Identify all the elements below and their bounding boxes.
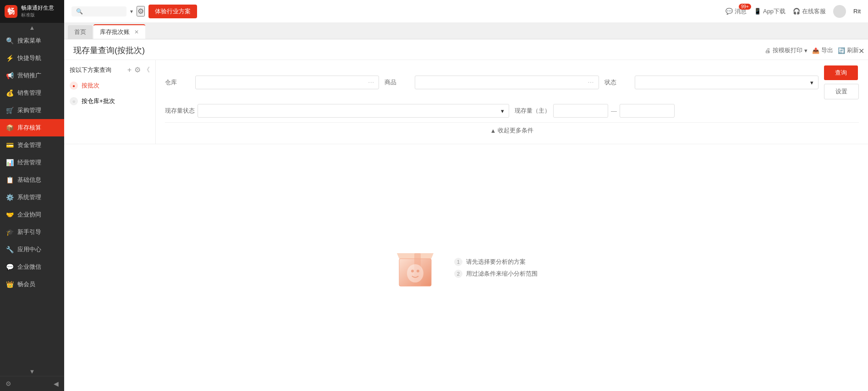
- scheme-item-by-warehouse-batch[interactable]: ○ 按仓库+批次: [64, 93, 155, 109]
- empty-box-svg: [395, 245, 440, 295]
- scheme-item-by-batch[interactable]: ● 按批次: [64, 78, 155, 93]
- svg-point-5: [407, 264, 423, 282]
- sidebar: 畅 畅康通好生意 标准版 ▲ 🔍 搜索菜单 ⚡ 快捷导航 📢 营销推广 💰 销售…: [0, 0, 64, 391]
- tab-home[interactable]: 首页: [68, 25, 93, 39]
- page-title: 现存量查询(按批次): [73, 45, 145, 56]
- sidebar-item-inventory[interactable]: 📦 库存核算: [0, 119, 64, 136]
- sidebar-item-quick-nav[interactable]: ⚡ 快捷导航: [0, 49, 64, 67]
- refresh-icon: 🔄: [838, 47, 845, 54]
- right-close-button[interactable]: ✕: [855, 43, 868, 59]
- filter-row-2: 现存量状态 ▾ 现存量（主） —: [165, 104, 859, 118]
- scheme-add-button[interactable]: +: [127, 65, 132, 74]
- phone-icon: 📱: [754, 8, 761, 15]
- sidebar-item-enterprise[interactable]: 🤝 企业协同: [0, 206, 64, 223]
- app-info: 畅康通好生意 标准版: [21, 5, 54, 18]
- page-actions: 🖨 按模板打印 ▾ 📤 导出 🔄 刷新: [765, 46, 859, 54]
- filter-settings-button[interactable]: 设置: [824, 84, 859, 99]
- empty-hint-2: 2 用过滤条件来缩小分析范围: [454, 270, 538, 278]
- sidebar-item-system[interactable]: ⚙️ 系统管理: [0, 189, 64, 206]
- sidebar-item-purchase[interactable]: 🛒 采购管理: [0, 102, 64, 119]
- collapse-more-label: 收起更多条件: [498, 126, 533, 135]
- tab-close-icon[interactable]: ✕: [134, 29, 139, 35]
- trial-button[interactable]: 体验行业方案: [148, 5, 197, 18]
- sidebar-header: 畅 畅康通好生意 标准版: [0, 0, 64, 23]
- empty-hints: 1 请先选择要分析的方案 2 用过滤条件来缩小分析范围: [454, 258, 538, 278]
- print-button[interactable]: 🖨 按模板打印 ▾: [765, 46, 808, 54]
- member-icon: 👑: [5, 280, 14, 288]
- username: Rit: [853, 8, 861, 15]
- sidebar-scroll-up[interactable]: ▲: [0, 23, 64, 32]
- warehouse-dots[interactable]: ···: [368, 78, 374, 87]
- sidebar-item-app-center[interactable]: 🔧 应用中心: [0, 241, 64, 258]
- sidebar-item-guide[interactable]: 🎓 新手引导: [0, 223, 64, 241]
- status-field: 状态 ▾: [604, 76, 819, 89]
- inventory-status-select[interactable]: ▾: [198, 104, 509, 118]
- sidebar-item-member[interactable]: 👑 畅会员: [0, 276, 64, 293]
- hint-1-text: 请先选择要分析的方案: [466, 258, 526, 266]
- export-icon: 📤: [812, 47, 819, 54]
- filter-row-1: 仓库 ··· 商品 ···: [165, 65, 859, 99]
- sidebar-item-label: 应用中心: [17, 245, 41, 254]
- sidebar-settings-button[interactable]: ⚙: [5, 380, 11, 387]
- sidebar-item-marketing[interactable]: 📢 营销推广: [0, 67, 64, 84]
- empty-illustration: [395, 245, 440, 291]
- topbar-search[interactable]: 🔍: [71, 6, 126, 16]
- status-select[interactable]: ▾: [635, 76, 819, 89]
- app-download-label: App下载: [763, 7, 786, 16]
- scheme-panel-actions: + ⚙ 《: [127, 65, 150, 74]
- inventory-status-label: 现存量状态: [165, 107, 195, 115]
- purchase-icon: 🛒: [5, 106, 14, 114]
- sidebar-item-label: 搜索菜单: [17, 37, 41, 45]
- customer-service-button[interactable]: 🎧 在线客服: [793, 7, 826, 16]
- scheme-collapse-button[interactable]: 《: [143, 65, 150, 74]
- topbar-dropdown[interactable]: ▾: [130, 8, 133, 15]
- scheme-panel: 按以下方案查询 + ⚙ 《 ● 按批次 ○ 按仓库+批次: [64, 60, 156, 144]
- sidebar-collapse-button[interactable]: ◀: [54, 380, 59, 387]
- messages-button[interactable]: 💬 消息 99+: [725, 7, 747, 16]
- product-dots[interactable]: ···: [588, 78, 593, 87]
- topbar-settings-button[interactable]: ⚙: [137, 6, 145, 16]
- tab-inventory-batch-label: 库存批次账: [100, 28, 130, 36]
- sidebar-item-label: 基础信息: [17, 176, 41, 184]
- collapse-more-button[interactable]: ▲ 收起更多条件: [165, 122, 859, 138]
- messages-badge: 99+: [739, 4, 751, 10]
- sidebar-item-label: 销售管理: [17, 89, 41, 97]
- guide-icon: 🎓: [5, 228, 14, 236]
- inventory-qty-to-input[interactable]: [620, 104, 675, 118]
- tab-inventory-batch[interactable]: 库存批次账 ✕: [93, 24, 145, 39]
- warehouse-field: 仓库 ···: [165, 76, 379, 89]
- sidebar-item-wechat[interactable]: 💬 企业微信: [0, 258, 64, 276]
- sidebar-item-search[interactable]: 🔍 搜索菜单: [0, 32, 64, 49]
- sidebar-item-label: 系统管理: [17, 193, 41, 201]
- scheme-settings-button[interactable]: ⚙: [134, 65, 141, 74]
- status-arrow-icon: ▾: [810, 79, 813, 86]
- export-button[interactable]: 📤 导出: [812, 46, 833, 54]
- sidebar-item-operations[interactable]: 📊 经营管理: [0, 154, 64, 171]
- product-input[interactable]: ···: [415, 76, 599, 89]
- sidebar-item-label: 经营管理: [17, 158, 41, 167]
- product-field: 商品 ···: [385, 76, 599, 89]
- sidebar-item-label: 企业微信: [17, 263, 41, 271]
- app-version: 标准版: [21, 12, 54, 18]
- inventory-status-field: 现存量状态 ▾: [165, 104, 509, 118]
- query-button[interactable]: 查询: [824, 65, 858, 80]
- marketing-icon: 📢: [5, 71, 14, 80]
- sidebar-item-finance[interactable]: 💳 资金管理: [0, 136, 64, 154]
- sidebar-scroll-down[interactable]: ▼: [0, 367, 64, 376]
- sales-icon: 💰: [5, 89, 14, 97]
- empty-state: 1 请先选择要分析的方案 2 用过滤条件来缩小分析范围: [64, 144, 868, 391]
- warehouse-input[interactable]: ···: [195, 76, 379, 89]
- sidebar-item-label: 采购管理: [17, 106, 41, 114]
- sidebar-item-basic[interactable]: 📋 基础信息: [0, 171, 64, 189]
- inventory-qty-from-input[interactable]: [553, 104, 608, 118]
- export-label: 导出: [821, 46, 833, 54]
- svg-point-6: [411, 270, 414, 272]
- basic-icon: 📋: [5, 176, 14, 184]
- sidebar-nav: 🔍 搜索菜单 ⚡ 快捷导航 📢 营销推广 💰 销售管理 🛒 采购管理 📦 库存核…: [0, 32, 64, 367]
- app-download-button[interactable]: 📱 App下载: [754, 7, 786, 16]
- collapse-up-icon: ▲: [490, 127, 496, 134]
- svg-point-7: [417, 270, 419, 272]
- filter-form: 仓库 ··· 商品 ···: [156, 60, 868, 144]
- sidebar-item-sales[interactable]: 💰 销售管理: [0, 84, 64, 102]
- print-dropdown-icon: ▾: [804, 47, 808, 54]
